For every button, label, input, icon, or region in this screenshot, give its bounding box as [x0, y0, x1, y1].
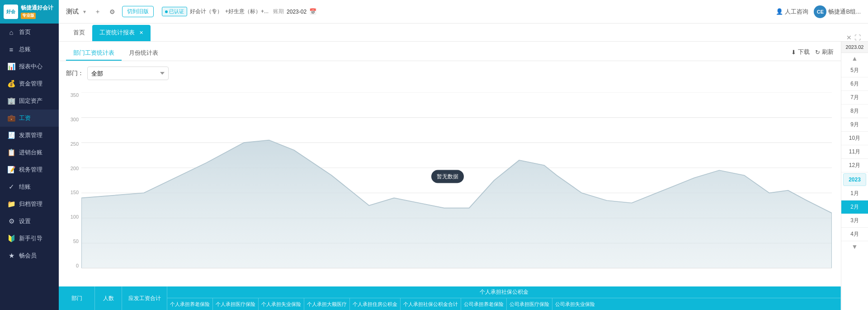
topbar-actions: ＋ ⚙: [92, 6, 118, 17]
user-menu[interactable]: CE 畅捷通B组...: [814, 5, 861, 18]
sub-tabs-actions: ⬇ 下载 ↻ 刷新: [791, 48, 834, 59]
tab-window-controls: ✕ ⛶: [846, 34, 861, 41]
tab-close-icon[interactable]: ✕: [139, 30, 143, 35]
y-label-250: 250: [63, 141, 80, 147]
archive-icon: 📁: [7, 200, 15, 208]
y-label-100: 100: [63, 214, 80, 219]
topbar-dropdown-arrow[interactable]: ▾: [83, 9, 86, 15]
dept-filter-select[interactable]: 全部 行政部 财务部 销售部 技术部: [87, 67, 169, 80]
logo-icon: 好会: [4, 5, 18, 19]
date-month-12[interactable]: 12月: [841, 159, 868, 172]
th-dept: 部门: [59, 286, 95, 310]
chart-area: 350 300 250 200 150 100 50 0: [59, 86, 841, 286]
topbar: 测试 ▾ ＋ ⚙ 切到旧版 已认证 好会计（专） +好生意（标）+... 账期 …: [59, 0, 868, 24]
date-2023-month-4[interactable]: 4月: [841, 228, 868, 241]
funds-icon: 💰: [7, 80, 15, 88]
y-label-150: 150: [63, 190, 80, 195]
y-label-200: 200: [63, 166, 80, 171]
logo-text: 畅捷通好会计 专业版: [21, 5, 53, 19]
date-panel-down[interactable]: ▼: [841, 241, 868, 252]
th-personal-total: 个人承担社保公积金合计: [401, 298, 461, 310]
content-area: 部门工资统计表 月份统计表 ⬇ 下载 ↻ 刷新: [59, 42, 868, 310]
date-month-6[interactable]: 6月: [841, 77, 868, 91]
th-personal-unemployment: 个人承担失业保险: [259, 298, 304, 310]
date-month-9[interactable]: 9月: [841, 118, 868, 132]
y-label-0: 0: [63, 263, 80, 268]
sidebar-item-home[interactable]: ⌂首页: [0, 24, 59, 41]
guide-icon: 🔰: [7, 234, 15, 243]
expand-window-icon[interactable]: ⛶: [854, 34, 861, 41]
sidebar-item-purchase[interactable]: 📋进销台账: [0, 144, 59, 161]
sub-tab-dept[interactable]: 部门工资统计表: [66, 46, 122, 61]
date-2023-month-2[interactable]: 2月: [841, 200, 868, 214]
sidebar-item-guide[interactable]: 🔰新手引导: [0, 230, 59, 247]
date-month-11[interactable]: 11月: [841, 145, 868, 159]
topbar-status: 已认证 好会计（专） +好生意（标）+... 账期 2023-02 📅: [162, 7, 316, 16]
date-year-2023[interactable]: 2023: [843, 173, 866, 186]
date-2023-month-1[interactable]: 1月: [841, 187, 868, 200]
sidebar-logo: 好会 畅捷通好会计 专业版: [0, 0, 59, 24]
chart-area-fill: [81, 140, 832, 268]
settings-icon: ⚙: [7, 217, 15, 225]
sidebar-item-funds[interactable]: 💰资金管理: [0, 75, 59, 92]
date-month-8[interactable]: 8月: [841, 105, 868, 118]
sidebar-item-settle[interactable]: ✓结账: [0, 178, 59, 196]
download-icon: ⬇: [791, 49, 796, 56]
sidebar-item-invoice[interactable]: 🧾发票管理: [0, 127, 59, 144]
tab-salary-report[interactable]: 工资统计报表 ✕: [92, 25, 151, 41]
tab-home[interactable]: 首页: [66, 25, 92, 41]
good-biz-status: +好生意（标）+...: [225, 8, 269, 15]
tax-icon: 📝: [7, 166, 15, 174]
refresh-icon: ↻: [815, 49, 820, 56]
dept-filter-label: 部门：: [66, 69, 84, 77]
purchase-icon: 📋: [7, 148, 15, 157]
topbar-title: 测试: [66, 8, 79, 16]
good-accounting-status: 好会计（专）: [190, 8, 222, 15]
th-personal-medical: 个人承担医疗保险: [213, 298, 259, 310]
calendar-icon[interactable]: 📅: [309, 8, 316, 15]
date-month-10[interactable]: 10月: [841, 132, 868, 145]
add-button[interactable]: ＋: [92, 6, 103, 17]
period-value: 2023-02: [287, 9, 307, 15]
avatar: CE: [814, 5, 826, 18]
date-panel-up[interactable]: ▲: [841, 53, 868, 64]
download-button[interactable]: ⬇ 下载: [791, 48, 810, 56]
sidebar-item-settings[interactable]: ⚙设置: [0, 213, 59, 230]
th-group-personal: 个人承担社保公积金: [167, 286, 840, 298]
home-icon: ⌂: [7, 29, 15, 36]
date-panel: 2023.02 ▲ 5月 6月 7月 8月 9月 10月 11月 12月 202…: [841, 42, 868, 310]
date-month-7[interactable]: 7月: [841, 91, 868, 105]
help-button[interactable]: 👤 人工咨询: [776, 8, 808, 16]
y-label-300: 300: [63, 117, 80, 122]
chart-tooltip: 暂无数据: [431, 170, 464, 183]
main-area: 测试 ▾ ＋ ⚙ 切到旧版 已认证 好会计（专） +好生意（标）+... 账期 …: [59, 0, 868, 310]
x-axis-line: [81, 268, 832, 268]
settings-icon[interactable]: ⚙: [107, 6, 118, 17]
switch-version-button[interactable]: 切到旧版: [122, 6, 154, 17]
main-panel: 部门工资统计表 月份统计表 ⬇ 下载 ↻ 刷新: [59, 42, 841, 310]
sidebar-item-archive[interactable]: 📁归档管理: [0, 196, 59, 213]
topbar-right: 👤 人工咨询 CE 畅捷通B组...: [776, 5, 861, 18]
y-label-350: 350: [63, 92, 80, 98]
reports-icon: 📊: [7, 62, 15, 71]
certified-badge: 已认证: [162, 7, 187, 16]
invoice-icon: 🧾: [7, 131, 15, 139]
refresh-button[interactable]: ↻ 刷新: [815, 48, 834, 56]
th-company-medical: 公司承担医疗保险: [507, 298, 552, 310]
date-month-5[interactable]: 5月: [841, 64, 868, 77]
date-2023-month-3[interactable]: 3月: [841, 214, 868, 228]
vip-icon: ★: [7, 252, 15, 260]
th-count: 人数: [95, 286, 122, 310]
th-personal-pension: 个人承担养老保险: [167, 298, 213, 310]
sidebar-item-assets[interactable]: 🏢固定资产: [0, 92, 59, 110]
ledger-icon: ≡: [7, 46, 15, 53]
sidebar-item-salary[interactable]: 💼工资: [0, 110, 59, 127]
th-total-salary: 应发工资合计: [122, 286, 167, 310]
y-label-50: 50: [63, 238, 80, 244]
sub-tab-monthly[interactable]: 月份统计表: [122, 46, 165, 61]
close-window-icon[interactable]: ✕: [846, 34, 852, 41]
sidebar-item-reports[interactable]: 📊报表中心: [0, 58, 59, 75]
sidebar-item-ledger[interactable]: ≡总账: [0, 41, 59, 58]
sidebar-item-tax[interactable]: 📝税务管理: [0, 161, 59, 178]
sidebar-item-vip[interactable]: ★畅会员: [0, 247, 59, 264]
